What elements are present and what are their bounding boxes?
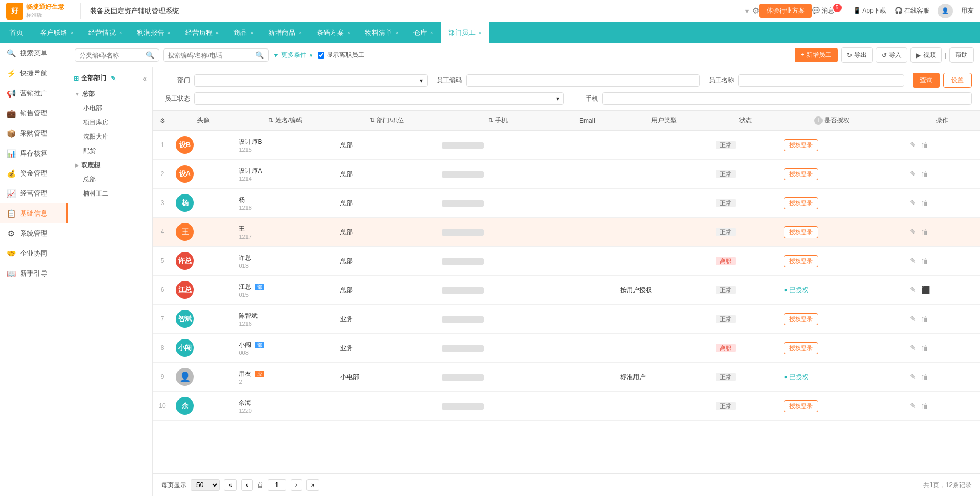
delete-btn[interactable]: 🗑 (921, 170, 928, 178)
help-button[interactable]: 帮助 (949, 47, 974, 63)
sidebar-item-basic[interactable]: 📋 基础信息 (0, 203, 68, 223)
dept-item-headquarters-root[interactable]: ▼ 总部 (73, 87, 148, 101)
tab-operation[interactable]: 经营情况 × (81, 22, 130, 43)
dept-edit-btn[interactable]: ✎ (111, 75, 116, 82)
auth-login-btn[interactable]: 授权登录 (784, 313, 818, 325)
col-name-code[interactable]: ⇅ 姓名/编码 (234, 111, 336, 131)
auth-login-btn[interactable]: 授权登录 (784, 400, 818, 412)
more-filter-btn[interactable]: ▼ 更多条件 ∧ (273, 51, 313, 60)
tab-barcode[interactable]: 条码方案 × (309, 22, 358, 43)
first-page-btn[interactable]: « (224, 479, 237, 491)
close-warehouse-tab[interactable]: × (430, 30, 433, 36)
sidebar-item-guide[interactable]: 📖 新手引导 (0, 264, 68, 284)
filter-empcode-input[interactable] (466, 74, 699, 87)
settings-gear-button[interactable]: ⚙ (752, 6, 759, 16)
tab-home[interactable]: 首页 (0, 22, 33, 43)
add-employee-button[interactable]: + 新增员工 (795, 48, 838, 62)
dept-item-shuanglu[interactable]: ▶ 双鹿想 (73, 158, 148, 172)
sidebar-item-inventory[interactable]: 📊 库存核算 (0, 143, 68, 163)
edit-btn[interactable]: ✎ (910, 373, 916, 381)
delete-btn[interactable]: 🗑 (921, 373, 928, 381)
filter-dept-select[interactable]: ▾ (194, 74, 428, 87)
employee-search-icon[interactable]: 🔍 (255, 51, 264, 59)
employee-search-input[interactable] (168, 52, 253, 59)
message-btn[interactable]: 💬 消息 5 (812, 6, 845, 15)
close-new-goods-tab[interactable]: × (299, 30, 302, 36)
edit-btn[interactable]: ✎ (910, 141, 916, 149)
last-page-btn[interactable]: » (306, 479, 320, 491)
tab-profit[interactable]: 利润报告 × (130, 22, 178, 43)
edit-btn[interactable]: ✎ (910, 402, 916, 410)
filter-empname-input[interactable] (738, 74, 904, 87)
sidebar-item-operation[interactable]: 📈 经营管理 (0, 183, 68, 203)
tab-customer[interactable]: 客户联络 × (33, 22, 81, 43)
close-history-tab[interactable]: × (216, 30, 219, 36)
show-resigned-input[interactable] (318, 52, 324, 59)
page-number-input[interactable] (268, 479, 286, 491)
tab-dept-employee[interactable]: 部门员工 × (441, 22, 489, 43)
col-phone[interactable]: ⇅ 手机 (438, 111, 558, 131)
set-button[interactable]: 设置 (943, 73, 972, 88)
auth-login-btn[interactable]: 授权登录 (784, 168, 818, 180)
sidebar-item-system[interactable]: ⚙ 系统管理 (0, 223, 68, 244)
auth-login-btn[interactable]: 授权登录 (784, 139, 818, 151)
per-page-select[interactable]: 50 20 100 (191, 479, 220, 491)
title-dropdown-icon[interactable]: ▾ (745, 7, 749, 15)
filter-empstatus-select[interactable]: ▾ (194, 92, 564, 105)
edit-btn[interactable]: ✎ (910, 228, 916, 236)
close-dept-tab[interactable]: × (479, 30, 482, 36)
sidebar-item-search[interactable]: 🔍 搜索菜单 (0, 43, 68, 63)
dept-item-electronics[interactable]: 小电部 (73, 101, 148, 115)
close-customer-tab[interactable]: × (71, 30, 74, 36)
sidebar-item-marketing[interactable]: 📢 营销推广 (0, 83, 68, 103)
auth-login-btn[interactable]: 授权登录 (784, 197, 818, 209)
auth-login-btn[interactable]: 授权登录 (784, 226, 818, 238)
edit-btn[interactable]: ✎ (910, 286, 916, 294)
edit-btn[interactable]: ✎ (910, 315, 916, 323)
auth-login-btn[interactable]: 授权登录 (784, 255, 818, 267)
col-dept-position[interactable]: ⇅ 部门/职位 (336, 111, 438, 131)
delete-btn[interactable]: ⬛ (921, 286, 930, 294)
close-profit-tab[interactable]: × (167, 30, 171, 36)
category-search-input[interactable] (80, 52, 144, 59)
close-barcode-tab[interactable]: × (347, 30, 350, 36)
sidebar-item-purchase[interactable]: 📦 采购管理 (0, 123, 68, 143)
category-search-icon[interactable]: 🔍 (146, 51, 154, 59)
delete-btn[interactable]: 🗑 (921, 402, 928, 410)
dept-item-hq[interactable]: 总部 (73, 172, 148, 187)
video-button[interactable]: ▶ 视频 (910, 47, 942, 63)
filter-phone-input[interactable] (602, 92, 972, 105)
online-service-btn[interactable]: 🎧 在线客服 (895, 6, 929, 15)
import-button[interactable]: ↺ 导入 (876, 47, 907, 63)
delete-btn[interactable]: 🗑 (921, 344, 928, 352)
next-page-btn[interactable]: › (291, 479, 302, 491)
delete-btn[interactable]: 🗑 (921, 257, 928, 265)
edit-btn[interactable]: ✎ (910, 199, 916, 207)
export-button[interactable]: ↻ 导出 (841, 47, 873, 63)
delete-btn[interactable]: 🗑 (921, 228, 928, 236)
show-resigned-checkbox[interactable]: 显示离职员工 (318, 51, 364, 60)
app-download-btn[interactable]: 📱 App下载 (853, 6, 886, 15)
dept-item-tuoshu[interactable]: 椭树王二 (73, 187, 148, 201)
delete-btn[interactable]: 🗑 (921, 199, 928, 207)
sidebar-item-quicknav[interactable]: ⚡ 快捷导航 (0, 63, 68, 83)
edit-btn[interactable]: ✎ (910, 170, 916, 178)
trial-button[interactable]: 体验行业方案 (759, 4, 812, 18)
query-button[interactable]: 查询 (913, 73, 940, 88)
edit-btn[interactable]: ✎ (910, 344, 916, 352)
sidebar-item-finance[interactable]: 💰 资金管理 (0, 163, 68, 183)
col-settings[interactable]: ⚙ (153, 111, 172, 131)
user-name[interactable]: 用友 (961, 6, 974, 15)
auth-login-btn[interactable]: 授权登录 (784, 342, 818, 354)
dept-item-distribution[interactable]: 配货 (73, 144, 148, 158)
tab-warehouse[interactable]: 仓库 × (406, 22, 441, 43)
tab-new-goods[interactable]: 新增商品 × (261, 22, 309, 43)
sidebar-item-collab[interactable]: 🤝 企业协同 (0, 244, 68, 264)
tab-goods[interactable]: 商品 × (226, 22, 261, 43)
delete-btn[interactable]: 🗑 (921, 141, 928, 149)
dept-item-shenyang[interactable]: 沈阳大库 (73, 130, 148, 144)
close-bom-tab[interactable]: × (395, 30, 399, 36)
tab-history[interactable]: 经营历程 × (178, 22, 226, 43)
prev-page-btn[interactable]: ‹ (241, 479, 253, 491)
delete-btn[interactable]: 🗑 (921, 315, 928, 323)
